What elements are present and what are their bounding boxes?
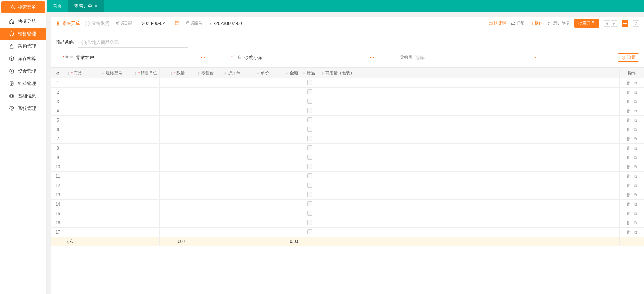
cell-unit[interactable] <box>128 106 160 116</box>
cell-available[interactable] <box>319 181 620 190</box>
cell-gift[interactable] <box>300 106 319 116</box>
cell-gift[interactable] <box>300 134 319 144</box>
add-row-icon[interactable]: ⧉ <box>634 80 637 85</box>
sidebar-item-5[interactable]: 经营管理 <box>0 77 46 90</box>
cell-qty[interactable] <box>160 153 187 162</box>
delete-row-icon[interactable]: 🗑 <box>626 174 631 179</box>
table-row[interactable]: 6🗑⧉ <box>51 125 644 134</box>
cell-qty[interactable] <box>160 134 187 144</box>
sidebar-item-1[interactable]: 销售管理 <box>0 28 46 40</box>
cell-gift[interactable] <box>300 116 319 125</box>
radio-retail-return[interactable]: 零售退货 <box>85 20 109 27</box>
table-row[interactable]: 9🗑⧉ <box>51 153 644 162</box>
cell-available[interactable] <box>319 78 620 88</box>
cell-spec[interactable] <box>99 181 128 190</box>
delete-row-icon[interactable]: 🗑 <box>626 90 631 95</box>
gift-checkbox[interactable] <box>307 183 312 188</box>
cell-price[interactable] <box>242 125 271 134</box>
cell-gift[interactable] <box>300 172 319 181</box>
gift-checkbox[interactable] <box>307 136 312 141</box>
cell-gift[interactable] <box>300 190 319 200</box>
cell-unit[interactable] <box>128 97 160 106</box>
cell-unit[interactable] <box>128 162 160 172</box>
col-gift[interactable]: ▲▼赠品 <box>300 68 319 78</box>
cell-product[interactable] <box>65 228 99 237</box>
cell-qty[interactable] <box>160 181 187 190</box>
store-value[interactable]: 余杭小库 <box>244 55 265 61</box>
add-row-icon[interactable]: ⧉ <box>634 108 637 113</box>
delete-row-icon[interactable]: 🗑 <box>626 202 631 207</box>
cell-discount[interactable] <box>216 172 242 181</box>
gift-checkbox[interactable] <box>307 164 312 169</box>
cell-spec[interactable] <box>99 190 128 200</box>
table-row[interactable]: 8🗑⧉ <box>51 144 644 153</box>
cell-product[interactable] <box>65 88 99 97</box>
add-row-icon[interactable]: ⧉ <box>634 136 637 141</box>
table-row[interactable]: 1🗑⧉ <box>51 78 644 88</box>
delete-row-icon[interactable]: 🗑 <box>626 108 631 113</box>
cell-retail[interactable] <box>187 200 216 209</box>
cell-price[interactable] <box>242 172 271 181</box>
cell-price[interactable] <box>242 144 271 153</box>
table-row[interactable]: 15🗑⧉ <box>51 209 644 218</box>
delete-row-icon[interactable]: 🗑 <box>626 118 631 123</box>
cell-spec[interactable] <box>99 116 128 125</box>
cell-qty[interactable] <box>160 228 187 237</box>
cell-unit[interactable] <box>128 218 160 228</box>
operate-link[interactable]: 操作 <box>529 20 543 26</box>
delete-row-icon[interactable]: 🗑 <box>626 183 631 188</box>
cell-amount[interactable] <box>271 228 300 237</box>
cell-discount[interactable] <box>216 78 242 88</box>
cell-qty[interactable] <box>160 78 187 88</box>
cell-discount[interactable] <box>216 116 242 125</box>
cell-unit[interactable] <box>128 153 160 162</box>
sidebar-item-7[interactable]: 系统管理 <box>0 102 46 115</box>
cell-available[interactable] <box>319 218 620 228</box>
cell-qty[interactable] <box>160 218 187 228</box>
cell-available[interactable] <box>319 190 620 200</box>
cell-qty[interactable] <box>160 125 187 134</box>
cell-amount[interactable] <box>271 106 300 116</box>
cell-discount[interactable] <box>216 181 242 190</box>
cell-price[interactable] <box>242 116 271 125</box>
cell-price[interactable] <box>242 88 271 97</box>
gift-checkbox[interactable] <box>307 201 312 206</box>
customer-value[interactable]: 零散客户 <box>76 55 97 61</box>
delete-row-icon[interactable]: 🗑 <box>626 127 631 132</box>
cell-retail[interactable] <box>187 228 216 237</box>
cell-available[interactable] <box>319 228 620 237</box>
cell-price[interactable] <box>242 134 271 144</box>
cell-discount[interactable] <box>216 200 242 209</box>
gift-checkbox[interactable] <box>307 155 312 160</box>
cell-retail[interactable] <box>187 125 216 134</box>
cell-unit[interactable] <box>128 200 160 209</box>
table-row[interactable]: 13🗑⧉ <box>51 190 644 200</box>
cell-spec[interactable] <box>99 134 128 144</box>
cell-retail[interactable] <box>187 209 216 218</box>
cell-price[interactable] <box>242 228 271 237</box>
cell-gift[interactable] <box>300 218 319 228</box>
date-value[interactable]: 2023-06-02 <box>138 20 169 27</box>
cell-qty[interactable] <box>160 116 187 125</box>
add-row-icon[interactable]: ⧉ <box>634 90 637 95</box>
cell-spec[interactable] <box>99 97 128 106</box>
cell-qty[interactable] <box>160 190 187 200</box>
add-row-icon[interactable]: ⧉ <box>634 127 637 132</box>
history-link[interactable]: 历史单据 <box>548 20 569 26</box>
cell-available[interactable] <box>319 88 620 97</box>
cell-spec[interactable] <box>99 200 128 209</box>
cell-price[interactable] <box>242 218 271 228</box>
delete-row-icon[interactable]: 🗑 <box>626 99 631 104</box>
cell-discount[interactable] <box>216 125 242 134</box>
cell-product[interactable] <box>65 200 99 209</box>
cell-product[interactable] <box>65 144 99 153</box>
cell-qty[interactable] <box>160 106 187 116</box>
gift-checkbox[interactable] <box>307 89 312 94</box>
cell-price[interactable] <box>242 97 271 106</box>
table-row[interactable]: 5🗑⧉ <box>51 116 644 125</box>
cell-product[interactable] <box>65 172 99 181</box>
cell-gift[interactable] <box>300 153 319 162</box>
next-record-button[interactable]: ▶ <box>611 20 617 27</box>
cell-spec[interactable] <box>99 88 128 97</box>
cell-unit[interactable] <box>128 134 160 144</box>
